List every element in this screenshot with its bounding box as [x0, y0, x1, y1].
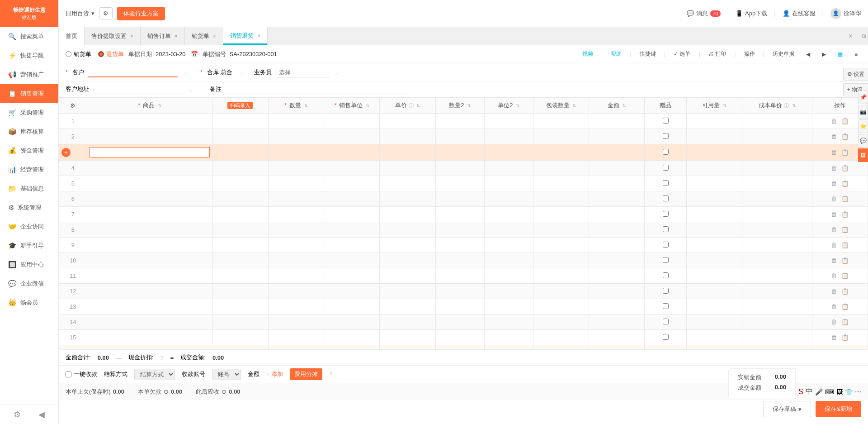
product-cell[interactable] [87, 114, 212, 129]
amount-cell[interactable] [589, 268, 645, 284]
qty-cell[interactable] [268, 207, 324, 222]
gift-checkbox[interactable] [663, 319, 669, 324]
copy-icon[interactable]: 📋 [841, 195, 849, 202]
tab-sales-order[interactable]: 销售订单 × [141, 27, 185, 45]
gift-checkbox[interactable] [663, 334, 669, 340]
radio-input-return[interactable] [98, 51, 104, 57]
save-new-button[interactable]: 保存&新增 [816, 401, 861, 417]
product-cell[interactable] [87, 207, 212, 222]
amount-cell[interactable] [589, 238, 645, 253]
unit-cell[interactable] [324, 253, 380, 268]
price-cell[interactable] [380, 284, 435, 299]
qty2-cell[interactable] [435, 238, 484, 253]
gift-cell[interactable] [645, 207, 687, 222]
sidebar-item-finance[interactable]: 💰 资金管理 [0, 141, 58, 160]
qty2-cell[interactable] [435, 114, 484, 129]
gift-cell[interactable] [645, 314, 687, 330]
qty2-cell[interactable] [435, 299, 484, 314]
one-click-payment-label[interactable]: 一键收款 [66, 370, 97, 378]
amount-cell[interactable] [589, 144, 645, 161]
qty-cell[interactable] [268, 144, 324, 161]
account-select[interactable]: 账号 [212, 369, 241, 380]
delete-icon[interactable]: 🗑 [831, 319, 837, 325]
staff-ellipsis-btn[interactable]: ... [333, 69, 343, 76]
qty2-cell[interactable] [435, 129, 484, 144]
product-cell[interactable] [87, 129, 212, 144]
tab-sales-return[interactable]: 销货退货 × [223, 27, 268, 45]
tab-close-icon[interactable]: × [175, 33, 178, 39]
product-cell[interactable] [87, 314, 212, 330]
list-view-btn[interactable]: ≡ [851, 50, 861, 59]
copy-icon[interactable]: 📋 [841, 334, 849, 341]
qty2-cell[interactable] [435, 144, 484, 161]
radio-return[interactable]: 退货单 [98, 50, 124, 58]
qty2-cell[interactable] [435, 268, 484, 284]
delete-icon[interactable]: 🗑 [831, 334, 837, 341]
qty-cell[interactable] [268, 314, 324, 330]
product-cell[interactable] [87, 238, 212, 253]
gift-cell[interactable] [645, 330, 687, 345]
price-cell[interactable] [380, 330, 435, 345]
amount-cell[interactable] [589, 284, 645, 299]
customer-ellipsis-btn[interactable]: ... [182, 69, 191, 76]
th-gear[interactable]: ⚙ [59, 98, 87, 114]
unit2-cell[interactable] [484, 222, 533, 238]
amount-cell[interactable] [589, 222, 645, 238]
amount-cell[interactable] [589, 299, 645, 314]
product-input[interactable] [90, 147, 210, 157]
delete-icon[interactable]: 🗑 [831, 242, 837, 248]
unit-cell[interactable] [324, 144, 380, 161]
qty-cell[interactable] [268, 129, 324, 144]
sidebar-item-basic[interactable]: 📁 基础信息 [0, 179, 58, 198]
panel-icon-4[interactable]: 💬 [858, 134, 868, 148]
pack-cell[interactable] [533, 176, 589, 191]
amount-cell[interactable] [589, 176, 645, 191]
product-cell[interactable] [87, 144, 212, 161]
header-gear-button[interactable]: ⚙ [99, 7, 113, 19]
copy-icon[interactable]: 📋 [841, 288, 849, 295]
remark-input[interactable] [225, 84, 406, 94]
online-service-item[interactable]: 👤 在线客服 [783, 10, 816, 18]
panel-icon-1[interactable]: 📌 [858, 91, 868, 104]
fee-split-button[interactable]: 费用分摊 [290, 368, 322, 380]
qty2-cell[interactable] [435, 176, 484, 191]
copy-icon[interactable]: 📋 [841, 272, 849, 279]
panel-icon-2[interactable]: 📷 [858, 105, 868, 119]
amount-cell[interactable] [589, 191, 645, 207]
gift-cell[interactable] [645, 253, 687, 268]
radio-delivery[interactable]: 销货单 [66, 50, 91, 58]
price-cell[interactable] [380, 176, 435, 191]
unit2-cell[interactable] [484, 330, 533, 345]
pack-cell[interactable] [533, 161, 589, 176]
delete-icon[interactable]: 🗑 [831, 257, 837, 264]
gift-checkbox[interactable] [663, 180, 669, 186]
sidebar-item-operations[interactable]: 📊 经营管理 [0, 160, 58, 179]
settings-btn[interactable]: ⚙ 设置 [843, 68, 868, 81]
ops-btn[interactable]: 操作 [741, 49, 759, 59]
copy-icon[interactable]: 📋 [841, 303, 849, 310]
unit2-cell[interactable] [484, 238, 533, 253]
delete-icon[interactable]: 🗑 [831, 195, 837, 202]
pack-cell[interactable] [533, 144, 589, 161]
panel-icon-5[interactable]: 🖼 [858, 148, 868, 162]
copy-icon[interactable]: 📋 [841, 257, 849, 264]
sort-icon[interactable]: ⇅ [366, 103, 369, 108]
warehouse-ellipsis-btn[interactable]: ... [236, 69, 245, 76]
copy-icon[interactable]: 📋 [841, 226, 849, 233]
sort-icon[interactable]: ⇅ [792, 103, 796, 108]
qty2-cell[interactable] [435, 330, 484, 345]
pack-cell[interactable] [533, 299, 589, 314]
delete-icon[interactable]: 🗑 [831, 180, 837, 187]
one-click-payment-checkbox[interactable] [66, 372, 71, 377]
unit-cell[interactable] [324, 268, 380, 284]
qty-cell[interactable] [268, 253, 324, 268]
gift-cell[interactable] [645, 144, 687, 161]
amount-cell[interactable] [589, 330, 645, 345]
qty-cell[interactable] [268, 114, 324, 129]
select-btn[interactable]: ✓ 选单 [670, 49, 694, 59]
qty-cell[interactable] [268, 161, 324, 176]
product-cell[interactable] [87, 284, 212, 299]
gift-cell[interactable] [645, 222, 687, 238]
gift-checkbox[interactable] [663, 211, 669, 217]
gift-cell[interactable] [645, 268, 687, 284]
